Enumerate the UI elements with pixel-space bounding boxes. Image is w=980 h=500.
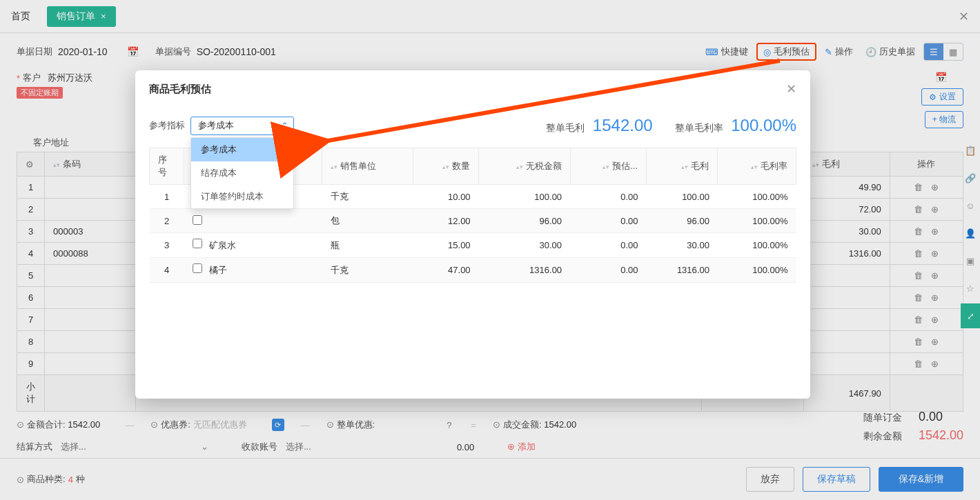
cell-est: 0.00 [570, 258, 646, 283]
option-balance-cost[interactable]: 结存成本 [191, 161, 293, 185]
row-checkbox[interactable] [193, 263, 202, 273]
sort-icon[interactable]: ▴▾ [331, 166, 337, 169]
cell-index: 4 [150, 258, 184, 283]
col-rate: 毛利率 [761, 161, 787, 171]
cell-index: 1 [150, 185, 184, 209]
cell-amount: 30.00 [479, 233, 570, 258]
cell-unit: 包 [322, 209, 413, 233]
table-row[interactable]: 3 矿泉水 瓶 15.00 30.00 0.00 30.00 100.00% [150, 233, 796, 258]
cell-product: 矿泉水 [184, 233, 322, 258]
cell-product [184, 209, 322, 233]
cell-rate: 100.00% [718, 233, 796, 258]
table-row[interactable]: 4 橘子 千克 47.00 1316.00 0.00 1316.00 100.0… [150, 258, 796, 283]
total-profit-label: 整单毛利 [546, 122, 585, 133]
modal-close-icon[interactable]: ✕ [786, 81, 796, 97]
cell-rate: 100.00% [718, 185, 796, 209]
sort-icon[interactable]: ▴▾ [681, 166, 688, 169]
col-profit: 毛利 [691, 161, 709, 171]
sort-icon[interactable]: ▴▾ [442, 166, 449, 169]
cell-profit: 96.00 [647, 209, 718, 233]
cell-est: 0.00 [570, 209, 646, 233]
cell-product: 橘子 [184, 258, 322, 283]
table-row[interactable]: 2 包 12.00 96.00 0.00 96.00 100.00% [150, 209, 796, 233]
cell-qty: 47.00 [413, 258, 479, 283]
cell-qty: 10.00 [413, 185, 479, 209]
sort-icon[interactable]: ▴▾ [751, 166, 758, 169]
col-idx: 序号 [158, 154, 167, 177]
total-rate-value: 100.00% [731, 116, 796, 134]
option-reference-cost[interactable]: 参考成本 [191, 138, 293, 161]
cell-qty: 15.00 [413, 233, 479, 258]
filter-label: 参考指标 [149, 119, 185, 132]
cell-est: 0.00 [570, 185, 646, 209]
cell-amount: 100.00 [479, 185, 570, 209]
cell-index: 3 [150, 233, 184, 258]
cell-amount: 1316.00 [479, 258, 570, 283]
row-checkbox[interactable] [193, 215, 202, 225]
cell-unit: 千克 [322, 185, 413, 209]
cell-unit: 瓶 [322, 233, 413, 258]
profit-estimate-modal: 商品毛利预估 ✕ 参考指标 ⌃ 参考成本 结存成本 订单签约时成本 整单毛利 1… [135, 70, 810, 399]
cell-profit: 1316.00 [647, 258, 718, 283]
cell-unit: 千克 [322, 258, 413, 283]
option-contract-cost[interactable]: 订单签约时成本 [191, 185, 293, 208]
sort-icon[interactable]: ▴▾ [516, 166, 523, 169]
chevron-up-icon[interactable]: ⌃ [281, 121, 288, 131]
cell-profit: 100.00 [647, 185, 718, 209]
col-unit: 销售单位 [340, 161, 376, 171]
sort-icon[interactable]: ▴▾ [602, 166, 609, 169]
cell-rate: 100.00% [718, 209, 796, 233]
col-qty: 数量 [452, 161, 470, 171]
total-profit-value: 1542.00 [593, 116, 653, 134]
cell-est: 0.00 [570, 233, 646, 258]
indicator-dropdown: 参考成本 结存成本 订单签约时成本 [190, 137, 294, 209]
reference-indicator-select[interactable] [190, 117, 294, 135]
row-checkbox[interactable] [193, 239, 202, 248]
col-est: 预估... [612, 161, 638, 171]
col-amount: 无税金额 [526, 161, 562, 171]
cell-profit: 30.00 [647, 233, 718, 258]
cell-qty: 12.00 [413, 209, 479, 233]
cell-rate: 100.00% [718, 258, 796, 283]
cell-index: 2 [150, 209, 184, 233]
cell-amount: 96.00 [479, 209, 570, 233]
modal-title: 商品毛利预估 [149, 83, 211, 96]
total-rate-label: 整单毛利率 [675, 122, 723, 133]
